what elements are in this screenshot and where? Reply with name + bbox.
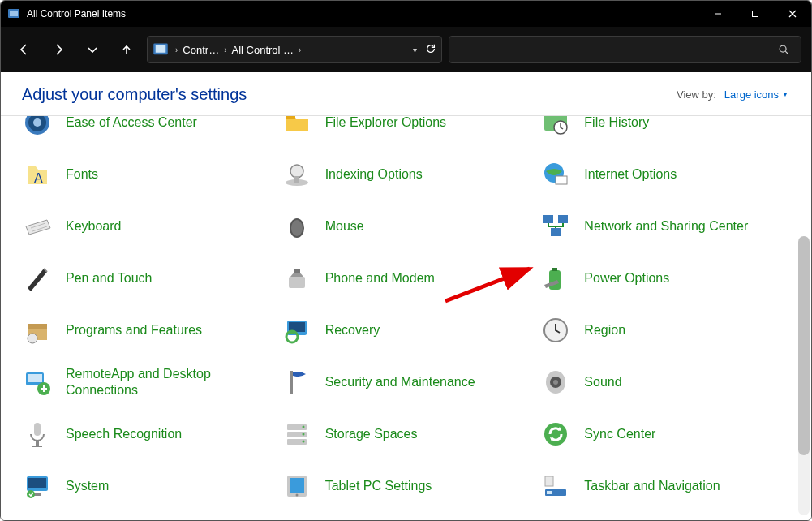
back-button[interactable] — [11, 36, 38, 63]
cpl-item-label: Indexing Options — [325, 166, 423, 183]
cpl-item-label: File Explorer Options — [325, 116, 446, 131]
recent-button[interactable] — [79, 36, 106, 63]
fonts-icon — [20, 157, 54, 192]
chevron-down-icon: ▼ — [782, 91, 788, 98]
history-icon — [539, 116, 573, 140]
view-by-label: View by: — [677, 88, 716, 101]
taskbar-icon — [539, 469, 573, 503]
titlebar: All Control Panel Items — [1, 1, 811, 27]
view-by-value: Large icons — [724, 88, 779, 101]
cpl-item-storage-spaces[interactable]: Storage Spaces — [275, 408, 535, 460]
cpl-item-mouse[interactable]: Mouse — [275, 200, 535, 252]
cpl-item-label: Programs and Features — [66, 322, 202, 338]
up-button[interactable] — [113, 36, 140, 63]
svg-rect-3 — [753, 11, 758, 17]
view-by-dropdown[interactable]: Large icons ▼ — [724, 88, 788, 101]
cpl-item-phone-and-modem[interactable]: Phone and Modem — [275, 252, 535, 304]
cpl-item-sync-center[interactable]: Sync Center — [534, 408, 793, 460]
network-icon — [539, 209, 573, 243]
page-header: Adjust your computer's settings View by:… — [1, 72, 811, 115]
cpl-item-label: Taskbar and Navigation — [584, 478, 720, 494]
breadcrumb-1[interactable]: Contr… — [181, 44, 221, 56]
cpl-item-recovery[interactable]: Recovery — [275, 304, 535, 356]
cpl-item-label: Sync Center — [584, 426, 655, 442]
flag-icon — [280, 365, 314, 399]
box-icon — [20, 313, 54, 347]
cpl-item-label: File History — [584, 116, 649, 131]
globe-icon — [539, 157, 573, 192]
cpl-item-programs-features[interactable]: Programs and Features — [15, 304, 275, 356]
cpl-item-label: Security and Maintenance — [325, 374, 475, 390]
svg-rect-1 — [10, 11, 18, 16]
cpl-item-internet-options[interactable]: Internet Options — [534, 149, 793, 200]
cpl-item-label: Recovery — [325, 322, 380, 338]
items-viewport: Ease of Access CenterFile Explorer Optio… — [1, 116, 811, 520]
cpl-item-label: Speech Recognition — [66, 426, 182, 442]
cpl-item-ease-of-access[interactable]: Ease of Access Center — [15, 116, 275, 149]
address-bar[interactable]: › Contr… › All Control … › ▾ — [147, 36, 442, 63]
cpl-item-speech-recognition[interactable]: Speech Recognition — [15, 408, 275, 460]
chevron-right-icon: › — [221, 45, 230, 54]
cpl-item-remoteapp[interactable]: RemoteApp and Desktop Connections — [15, 356, 275, 408]
cpl-item-label: Pen and Touch — [66, 270, 152, 286]
cpl-item-label: Sound — [584, 374, 621, 390]
content-area: Adjust your computer's settings View by:… — [1, 72, 811, 520]
keyboard-icon — [20, 209, 54, 243]
cpl-item-power-options[interactable]: Power Options — [534, 252, 793, 304]
recovery-icon — [280, 313, 314, 347]
battery-icon — [539, 261, 573, 295]
cpl-item-pen-and-touch[interactable]: Pen and Touch — [15, 252, 275, 304]
folder-icon — [280, 116, 314, 140]
control-panel-window: All Control Panel Items › Contr… › All C… — [0, 0, 812, 521]
cpl-item-label: Keyboard — [66, 218, 122, 235]
cpl-item-fonts[interactable]: Fonts — [15, 149, 275, 200]
window-title: All Control Panel Items — [27, 8, 126, 19]
mouse-icon — [280, 209, 314, 243]
breadcrumb-2[interactable]: All Control … — [230, 44, 295, 56]
cpl-item-label: Internet Options — [584, 166, 677, 183]
speaker-icon — [539, 365, 573, 399]
view-by-control: View by: Large icons ▼ — [677, 88, 788, 101]
pen-icon — [20, 261, 54, 295]
search-icon — [778, 44, 789, 55]
phone-icon — [280, 261, 314, 295]
minimize-button[interactable] — [699, 1, 737, 27]
sync-icon — [539, 417, 573, 451]
svg-line-9 — [785, 51, 788, 54]
refresh-button[interactable] — [425, 43, 436, 57]
cpl-item-security-maintenance[interactable]: Security and Maintenance — [275, 356, 535, 408]
items-grid: Ease of Access CenterFile Explorer Optio… — [15, 116, 793, 512]
cpl-item-system[interactable]: System — [15, 460, 275, 512]
cpl-item-sound[interactable]: Sound — [534, 356, 793, 408]
clock-icon — [539, 313, 573, 347]
ease-icon — [20, 116, 54, 140]
monitor-icon — [20, 469, 54, 503]
drives-icon — [280, 417, 314, 451]
window-icon — [7, 7, 20, 20]
cpl-item-label: RemoteApp and Desktop Connections — [66, 366, 267, 398]
cpl-item-file-explorer-options[interactable]: File Explorer Options — [275, 116, 535, 149]
cpl-item-region[interactable]: Region — [534, 304, 793, 356]
cpl-item-tablet-pc[interactable]: Tablet PC Settings — [275, 460, 535, 512]
close-button[interactable] — [774, 1, 811, 27]
forward-button[interactable] — [45, 36, 72, 63]
chevron-down-icon[interactable]: ▾ — [413, 45, 417, 54]
cpl-item-label: Fonts — [66, 166, 98, 183]
cpl-item-label: Tablet PC Settings — [325, 478, 432, 494]
cpl-item-label: Region — [584, 322, 625, 338]
toolbar: › Contr… › All Control … › ▾ — [1, 27, 811, 72]
svg-point-8 — [780, 45, 786, 52]
mic-icon — [20, 417, 54, 451]
cpl-item-label: Storage Spaces — [325, 426, 418, 442]
maximize-button[interactable] — [737, 1, 774, 27]
cpl-item-indexing-options[interactable]: Indexing Options — [275, 149, 535, 200]
cpl-item-taskbar-nav[interactable]: Taskbar and Navigation — [534, 460, 793, 512]
cpl-item-keyboard[interactable]: Keyboard — [15, 200, 275, 252]
cpl-item-file-history[interactable]: File History — [534, 116, 793, 149]
chevron-right-icon: › — [295, 45, 304, 54]
cpl-item-network-sharing[interactable]: Network and Sharing Center — [534, 200, 793, 252]
page-title: Adjust your computer's settings — [22, 85, 247, 104]
address-icon — [153, 41, 169, 58]
search-input[interactable] — [449, 36, 801, 63]
scrollbar-thumb[interactable] — [798, 236, 810, 455]
